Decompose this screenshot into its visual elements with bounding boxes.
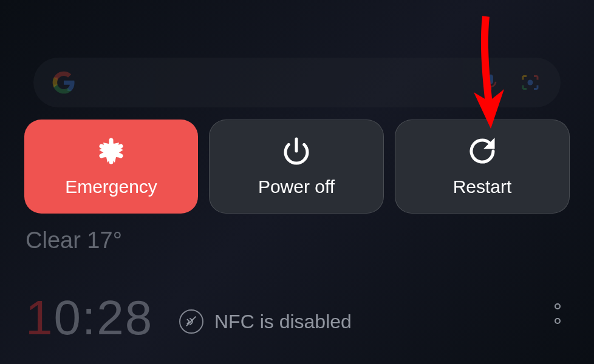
power-off-button[interactable]: Power off: [209, 120, 384, 214]
weather-status: Clear 17°: [26, 228, 122, 254]
restart-label: Restart: [453, 177, 512, 197]
emergency-icon: [97, 136, 126, 166]
power-off-label: Power off: [258, 177, 335, 197]
google-lens-icon[interactable]: [518, 70, 542, 95]
nfc-status[interactable]: NFC is disabled: [179, 309, 352, 334]
svg-point-0: [528, 80, 533, 86]
more-options-button[interactable]: [555, 303, 561, 324]
emergency-label: Emergency: [65, 177, 157, 197]
power-menu: Emergency Power off Restart: [24, 120, 570, 214]
nfc-status-text: NFC is disabled: [214, 311, 352, 333]
mic-icon[interactable]: [479, 70, 503, 95]
restart-icon: [468, 136, 497, 166]
clock-display: 10:28: [26, 290, 153, 346]
power-off-icon: [282, 136, 311, 166]
google-search-bar[interactable]: [33, 58, 561, 107]
nfc-disabled-icon: [179, 309, 203, 334]
restart-button[interactable]: Restart: [395, 120, 570, 214]
emergency-button[interactable]: Emergency: [24, 120, 198, 214]
google-logo-icon: [52, 70, 76, 95]
